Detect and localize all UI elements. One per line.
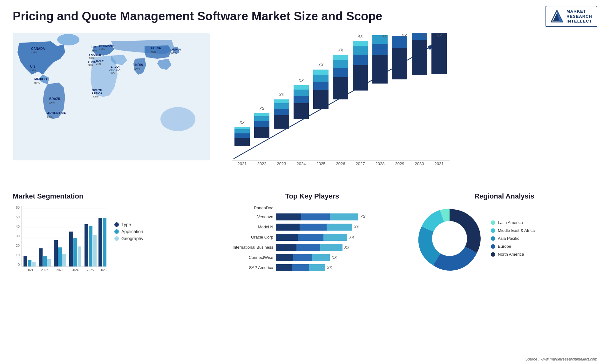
svg-text:50: 50	[16, 215, 20, 219]
svg-rect-130	[89, 226, 92, 266]
svg-rect-42	[234, 127, 250, 129]
player-bar-container: XX	[276, 264, 402, 271]
svg-rect-39	[234, 138, 250, 146]
logo-text: MARKET RESEARCH INTELLECT	[566, 9, 592, 24]
player-value: XX	[327, 266, 332, 270]
svg-rect-113	[24, 256, 27, 266]
latin-america-color	[491, 220, 495, 225]
svg-rect-82	[372, 44, 388, 55]
svg-rect-60	[294, 85, 309, 90]
legend-type: Type	[114, 222, 143, 227]
legend-north-america: North America	[491, 252, 535, 257]
svg-text:2028: 2028	[376, 161, 385, 166]
svg-text:XX: XX	[239, 120, 245, 125]
svg-rect-71	[333, 60, 348, 68]
player-bar-container: XX	[276, 244, 402, 251]
svg-rect-65	[313, 75, 329, 82]
svg-text:SAUDI: SAUDI	[111, 65, 119, 68]
svg-text:2023: 2023	[277, 161, 286, 166]
svg-text:xx%: xx%	[30, 69, 36, 72]
svg-rect-46	[254, 121, 269, 127]
svg-rect-81	[372, 55, 388, 84]
svg-text:GERMANY: GERMANY	[99, 44, 114, 48]
svg-text:2026: 2026	[99, 268, 107, 272]
player-row-modeln: Model N XX	[222, 224, 402, 231]
svg-text:2021: 2021	[238, 161, 247, 166]
svg-text:XX: XX	[338, 48, 343, 52]
svg-rect-121	[54, 240, 58, 266]
svg-rect-129	[85, 224, 88, 266]
latin-america-label: Latin America	[498, 220, 523, 225]
svg-text:2025: 2025	[87, 268, 94, 272]
source-text: Source : www.marketresearchintellect.com	[525, 357, 597, 361]
svg-text:2029: 2029	[395, 161, 404, 166]
player-value: XX	[349, 235, 354, 239]
svg-rect-53	[274, 103, 289, 109]
svg-rect-114	[28, 260, 31, 266]
svg-point-4	[57, 34, 79, 45]
svg-rect-78	[353, 41, 368, 46]
svg-text:xx%: xx%	[92, 49, 97, 52]
svg-rect-86	[392, 48, 407, 79]
svg-text:2025: 2025	[316, 161, 326, 166]
svg-rect-51	[274, 115, 289, 129]
europe-label: Europe	[498, 244, 511, 249]
svg-text:ARABIA: ARABIA	[109, 68, 120, 71]
svg-text:xx%: xx%	[34, 81, 40, 84]
players-section: Top Key Players PandaDoc Vendavo XX	[216, 189, 408, 280]
legend-middle-east: Middle East & Africa	[491, 228, 535, 233]
svg-text:0: 0	[18, 263, 20, 266]
svg-rect-52	[274, 109, 289, 115]
svg-text:xx%: xx%	[89, 56, 94, 59]
player-value: XX	[360, 215, 365, 219]
svg-rect-127	[78, 246, 81, 266]
legend-application: Application	[114, 229, 143, 234]
legend-latin-america: Latin America	[491, 220, 535, 225]
svg-text:XX: XX	[357, 34, 363, 38]
svg-text:60: 60	[16, 206, 20, 209]
svg-text:2030: 2030	[415, 161, 424, 166]
type-dot	[114, 222, 119, 227]
application-label: Application	[121, 229, 143, 234]
player-row-sap: SAP America XX	[222, 264, 402, 271]
svg-text:10: 10	[16, 253, 20, 257]
svg-text:2027: 2027	[356, 161, 365, 166]
donut-chart-svg	[415, 204, 485, 273]
legend-geography: Geography	[114, 236, 143, 241]
svg-text:40: 40	[16, 225, 20, 228]
svg-rect-54	[274, 99, 289, 103]
player-value: XX	[332, 255, 337, 260]
geography-dot	[114, 236, 119, 241]
player-name: Model N	[222, 225, 273, 229]
segmentation-title: Market Segmentation	[13, 192, 210, 200]
player-value: XX	[344, 245, 349, 250]
svg-rect-69	[333, 77, 348, 99]
svg-text:xx%: xx%	[99, 48, 105, 51]
donut-container: Latin America Middle East & Africa Asia …	[415, 204, 594, 273]
svg-rect-40	[234, 133, 250, 138]
svg-text:xx%: xx%	[88, 63, 93, 66]
svg-rect-57	[294, 103, 309, 119]
svg-text:JAPAN: JAPAN	[171, 48, 181, 51]
svg-text:XX: XX	[421, 34, 427, 38]
svg-rect-119	[47, 259, 51, 266]
regional-section: Regional Analysis	[408, 189, 600, 280]
player-name: International Business	[222, 245, 273, 250]
svg-text:20: 20	[16, 244, 20, 247]
north-america-label: North America	[498, 252, 524, 257]
player-bar-container: XX	[276, 254, 402, 261]
bar-chart-svg: XX 2021 XX 2022 XX 2023	[222, 33, 451, 173]
type-label: Type	[121, 222, 131, 227]
svg-text:XX: XX	[259, 107, 265, 111]
header: Pricing and Quote Management Software Ma…	[0, 0, 610, 30]
regional-title: Regional Analysis	[415, 192, 594, 200]
svg-text:FRANCE: FRANCE	[89, 53, 101, 56]
svg-point-5	[160, 107, 195, 131]
page-title: Pricing and Quote Management Software Ma…	[13, 10, 382, 23]
legend-asia-pacific: Asia Pacific	[491, 236, 535, 241]
bottom-right: Top Key Players PandaDoc Vendavo XX	[216, 189, 600, 280]
logo-icon	[551, 10, 563, 23]
svg-text:2031: 2031	[435, 161, 444, 166]
svg-rect-126	[73, 238, 77, 266]
svg-rect-64	[313, 82, 329, 90]
